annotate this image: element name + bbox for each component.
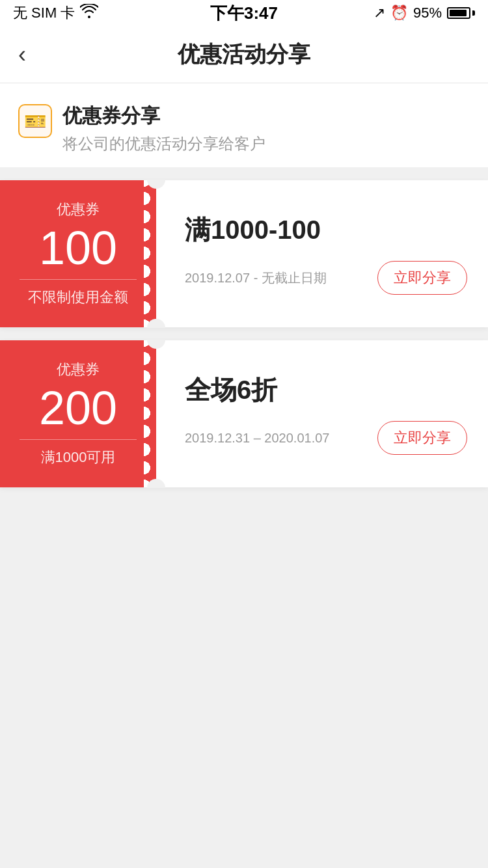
coupon-condition-2: 满1000可用 — [41, 448, 116, 468]
coupon-divider-2 — [20, 439, 137, 440]
status-left: 无 SIM 卡 — [13, 3, 98, 23]
coupon-left-1: 优惠券 100 不限制使用金额 — [0, 180, 156, 327]
battery-percent: 95% — [413, 5, 442, 21]
main-background — [0, 500, 488, 868]
coupon-right-2: 全场6折 2019.12.31 – 2020.01.07 立即分享 — [156, 340, 488, 487]
coupon-left-2: 优惠券 200 满1000可用 — [0, 340, 156, 487]
coupon-card-1: 优惠券 100 不限制使用金额 满1000-100 2019.12.07 - 无… — [0, 180, 488, 327]
battery-icon — [447, 7, 475, 19]
back-button[interactable]: ‹ — [18, 43, 26, 66]
coupon-value-2: 200 — [39, 385, 117, 431]
coupon-type-label-1: 优惠券 — [57, 200, 100, 219]
section-header: 🎫 优惠券分享 将公司的优惠活动分享给客户 — [0, 83, 488, 167]
coupon-date-1: 2019.12.07 - 无截止日期 — [185, 269, 367, 287]
coupon-footer-2: 2019.12.31 – 2020.01.07 立即分享 — [185, 421, 467, 455]
coupon-section-icon: 🎫 — [18, 104, 52, 138]
section-title: 优惠券分享 — [62, 103, 265, 129]
wifi-icon — [80, 4, 98, 22]
status-bar: 无 SIM 卡 下午3:47 ↗ ⏰ 95% — [0, 0, 488, 26]
coupon-list: 优惠券 100 不限制使用金额 满1000-100 2019.12.07 - 无… — [0, 180, 488, 500]
nav-bar: ‹ 优惠活动分享 — [0, 26, 488, 83]
status-right: ↗ ⏰ 95% — [373, 5, 475, 21]
coupon-type-label-2: 优惠券 — [57, 360, 100, 379]
carrier-label: 无 SIM 卡 — [13, 3, 75, 23]
coupon-divider-1 — [20, 279, 137, 280]
coupon-condition-1: 不限制使用金额 — [28, 288, 128, 308]
page-title: 优惠活动分享 — [178, 40, 310, 70]
coupon-card-2: 优惠券 200 满1000可用 全场6折 2019.12.31 – 2020.0… — [0, 340, 488, 487]
share-button-2[interactable]: 立即分享 — [377, 421, 467, 455]
coupon-value-1: 100 — [39, 224, 117, 271]
coupon-right-1: 满1000-100 2019.12.07 - 无截止日期 立即分享 — [156, 180, 488, 327]
section-text: 优惠券分享 将公司的优惠活动分享给客户 — [62, 103, 265, 154]
location-icon: ↗ — [373, 5, 385, 21]
coupon-name-2: 全场6折 — [185, 372, 467, 408]
section-desc: 将公司的优惠活动分享给客户 — [62, 133, 265, 154]
alarm-icon: ⏰ — [390, 5, 408, 21]
coupon-name-1: 满1000-100 — [185, 212, 467, 248]
coupon-footer-1: 2019.12.07 - 无截止日期 立即分享 — [185, 261, 467, 295]
share-button-1[interactable]: 立即分享 — [377, 261, 467, 295]
time-display: 下午3:47 — [210, 2, 278, 25]
coupon-date-2: 2019.12.31 – 2020.01.07 — [185, 431, 367, 446]
